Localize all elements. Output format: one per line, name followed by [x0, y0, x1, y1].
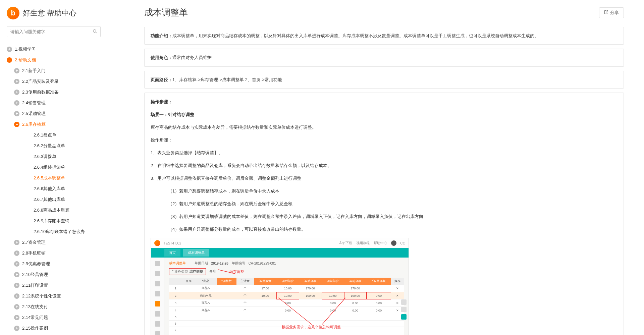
- scene1-title: 场景一：针对结存调整: [151, 110, 618, 119]
- ss-doc-title: 成本调整单: [169, 261, 186, 266]
- ss-top-link: 帮助中心: [374, 241, 387, 245]
- ss-td: 0.00: [276, 299, 299, 307]
- ss-red-annotation-2: 根据业务需求，这几个位总均可调整: [282, 325, 341, 330]
- nav-2-6-4[interactable]: 2.6.4组装拆卸单: [34, 162, 101, 173]
- role-label: 使用角色：: [151, 55, 172, 60]
- ss-td: [299, 299, 322, 307]
- ss-td: [254, 327, 276, 333]
- nav-video-learning[interactable]: 1.视频学习: [7, 44, 101, 55]
- ss-td: 商品A: [195, 285, 217, 292]
- ss-td: 个: [236, 285, 254, 292]
- nav-2-10[interactable]: 2.10经营管理: [14, 269, 101, 280]
- ss-td: [182, 285, 195, 292]
- nav-2-6-3[interactable]: 2.6.3调拨单: [34, 151, 101, 162]
- share-button[interactable]: 分享: [599, 7, 624, 18]
- ss-th: *商品: [195, 278, 217, 285]
- ss-td: [195, 321, 217, 327]
- ss-logo-icon: [154, 240, 160, 246]
- nav-2-6-7[interactable]: 2.6.7其他出库单: [34, 194, 101, 205]
- nav-2-5[interactable]: 2.5采购管理: [14, 108, 101, 119]
- step-3-1: （1）若用户想要调整结存成本，则在调后单价中录入成本: [151, 187, 618, 196]
- nav-2-3[interactable]: 2.3使用前数据准备: [14, 87, 101, 98]
- nav-2-13[interactable]: 2.13在线支付: [14, 301, 101, 312]
- content-block: 操作步骤： 场景一：针对结存调整 库存商品的结存成本与实际成本有差异，需要根据结…: [144, 93, 624, 335]
- nav-2-6-5[interactable]: 2.6.5成本调整单: [34, 173, 101, 183]
- nav-2-6-2[interactable]: 2.6.2分量盘点单: [34, 141, 101, 151]
- steps-title: 操作步骤：: [151, 98, 618, 106]
- nav-2-2[interactable]: 2.2产品安装及登录: [14, 76, 101, 87]
- search-input[interactable]: [7, 26, 101, 37]
- ss-td: [322, 333, 344, 335]
- ss-td: [182, 327, 195, 333]
- ss-td: [182, 299, 195, 307]
- ss-td: [344, 314, 367, 321]
- ss-td: 0.00: [367, 292, 391, 299]
- role-text: 通常由财务人员维护: [172, 55, 212, 60]
- ss-tool-icon: [401, 299, 407, 305]
- ss-td: 0.00: [344, 299, 367, 307]
- step-2: 2、在明细中选择要调整的商品及仓库，系统会自动带出结存数量和结存金额，以及结存成…: [151, 161, 618, 170]
- nav-2-6-9[interactable]: 2.6.9库存账本查询: [34, 216, 101, 226]
- ss-td: [195, 327, 217, 333]
- nav-2-8[interactable]: 2.8手机旺铺: [14, 248, 101, 259]
- ss-td: [322, 285, 344, 292]
- nav-2-14[interactable]: 2.14常见问题: [14, 312, 101, 323]
- ss-topbar: TEST-H002 App下载 视频教程 帮助中心 CC: [151, 238, 409, 248]
- ss-td: 170.00: [299, 285, 322, 292]
- ss-th: 调前单价: [322, 278, 344, 285]
- ss-td: 商品A: [195, 307, 217, 314]
- ss-td: [344, 327, 367, 333]
- nav-2-11[interactable]: 2.11打印设置: [14, 280, 101, 291]
- ss-th: 操作: [391, 278, 404, 285]
- ss-td: [182, 292, 195, 299]
- ss-td: [299, 307, 322, 314]
- ss-tab-home: 首页: [164, 249, 180, 257]
- ss-user: CC: [400, 241, 405, 245]
- ss-td: 2: [169, 292, 182, 299]
- ss-td: [299, 333, 322, 335]
- ss-td: 个: [236, 292, 254, 299]
- nav-2-4[interactable]: 2.4销售管理: [14, 98, 101, 108]
- ss-avatar-icon: [391, 240, 396, 246]
- nav-label: 2.15操作案例: [22, 325, 48, 331]
- nav-2-12[interactable]: 2.12系统个性化设置: [14, 291, 101, 301]
- ss-row: 2商品A 黑个10.0010.00100.0010.00100.000.00✕: [169, 292, 404, 299]
- ss-red-annotation-1: 结存调整: [229, 269, 244, 274]
- ss-td: [367, 333, 391, 335]
- nav-2-1[interactable]: 2.1新手入门: [14, 65, 101, 76]
- nav-2-7[interactable]: 2.7资金管理: [14, 237, 101, 248]
- ss-td: [217, 327, 236, 333]
- ss-th: [169, 278, 182, 285]
- main-content: 成本调整单 分享 功能介绍：成本调整单，用来实现对商品结存成本的调整，以及针对具…: [107, 0, 644, 335]
- nav-2-6-10[interactable]: 2.6.10库存账本错了怎么办: [34, 226, 101, 237]
- ss-td: [217, 299, 236, 307]
- search-icon[interactable]: [93, 29, 97, 35]
- ss-td: [195, 333, 217, 335]
- ss-td: 100.00: [299, 292, 322, 299]
- ss-td: 1: [169, 285, 182, 292]
- ss-td: [236, 333, 254, 335]
- nav-2-15[interactable]: 2.15操作案例: [14, 323, 101, 334]
- nav-2-6[interactable]: 2.6库存核算: [14, 119, 101, 130]
- brand-text: 好生意 帮助中心: [23, 8, 76, 18]
- nav-label: 2.5采购管理: [22, 111, 46, 117]
- scene1-desc: 库存商品的结存成本与实际成本有差异，需要根据结存数量和实际单位成本进行调整。: [151, 123, 618, 132]
- ss-th: *调整数: [217, 278, 236, 285]
- ss-td: [391, 333, 404, 335]
- ss-td: [322, 314, 344, 321]
- nav-2-6-1[interactable]: 2.6.1盘点单: [34, 130, 101, 141]
- share-icon: [604, 10, 608, 15]
- ss-td: 个: [236, 299, 254, 307]
- ss-td: [344, 333, 367, 335]
- ss-td: ✕: [391, 292, 404, 299]
- ss-td: 0.00: [322, 299, 344, 307]
- nav-2-6-8[interactable]: 2.6.8商品成本重算: [34, 205, 101, 216]
- nav-help-docs[interactable]: 2.帮助文档: [7, 55, 101, 65]
- nav-2-9[interactable]: 2.9优惠券管理: [14, 259, 101, 269]
- page-header: 成本调整单 分享: [144, 7, 624, 18]
- nav-label: 2.12系统个性化设置: [22, 293, 61, 299]
- nav-2-6-6[interactable]: 2.6.6其他入库单: [34, 183, 101, 194]
- ss-code-value: CA-20191229-001: [249, 262, 276, 265]
- ss-tab-doc: 成本调整单: [183, 249, 209, 257]
- ss-tabbar: 首页 成本调整单: [151, 248, 409, 258]
